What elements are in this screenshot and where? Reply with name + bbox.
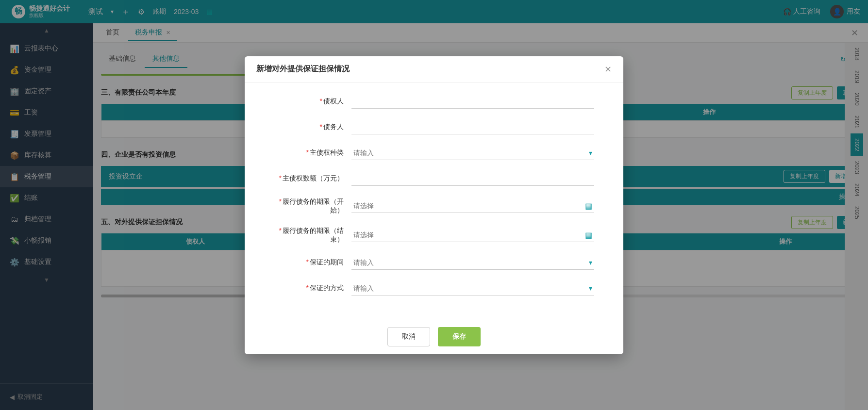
period-end-label: *履行债务的期限（结束） [274,227,351,244]
dialog-close-button[interactable]: ✕ [604,64,612,75]
form-row-guarantee-period: *保证的期间 ▾ [274,256,594,270]
period-end-date-wrapper: ▦ [351,228,594,242]
form-row-debtor: *债务人 [274,120,594,134]
claim-type-required-mark: * [306,148,309,156]
dialog-header: 新增对外提供保证担保情况 ✕ [245,56,623,83]
creditor-label: *债权人 [274,97,351,106]
guarantee-period-select-wrapper: ▾ [351,256,594,270]
period-start-calendar-icon[interactable]: ▦ [585,201,592,211]
dialog-footer: 取消 保存 [245,319,623,354]
creditor-input[interactable] [351,95,594,109]
guarantee-period-label: *保证的期间 [274,258,351,267]
debtor-required-mark: * [320,123,322,131]
dialog-body: *债权人 *债务人 *主债权种类 ▾ [245,83,623,319]
form-row-claim-type: *主债权种类 ▾ [274,146,594,160]
period-start-input[interactable] [351,199,594,213]
form-row-period-end: *履行债务的期限（结束） ▦ [274,227,594,244]
claim-type-input[interactable] [351,146,594,160]
claim-amount-required-mark: * [279,174,282,182]
claim-type-label: *主债权种类 [274,148,351,157]
claim-amount-label: *主债权数额（万元） [274,174,351,183]
form-row-period-start: *履行债务的期限（开始） ▦ [274,197,594,215]
period-start-label: *履行债务的期限（开始） [274,197,351,215]
cancel-button[interactable]: 取消 [387,327,430,346]
claim-type-select-wrapper: ▾ [351,146,594,160]
debtor-label: *债务人 [274,123,351,131]
form-row-guarantee-method: *保证的方式 ▾ [274,281,594,295]
form-row-claim-amount: *主债权数额（万元） [274,172,594,186]
guarantee-method-required-mark: * [306,284,309,292]
claim-amount-input[interactable] [351,172,594,186]
modal-overlay: 新增对外提供保证担保情况 ✕ *债权人 *债务人 *主债权种类 [0,0,868,410]
guarantee-period-required-mark: * [306,258,309,266]
debtor-input[interactable] [351,120,594,134]
dialog: 新增对外提供保证担保情况 ✕ *债权人 *债务人 *主债权种类 [245,56,623,354]
period-start-required-mark: * [279,197,282,205]
period-start-date-wrapper: ▦ [351,199,594,213]
guarantee-method-input[interactable] [351,281,594,295]
period-end-input[interactable] [351,228,594,242]
guarantee-method-label: *保证的方式 [274,284,351,293]
dialog-title: 新增对外提供保证担保情况 [256,64,350,74]
period-end-calendar-icon[interactable]: ▦ [585,230,592,240]
creditor-required-mark: * [320,97,322,105]
guarantee-period-input[interactable] [351,256,594,270]
period-end-required-mark: * [279,227,282,234]
save-button[interactable]: 保存 [438,327,481,346]
guarantee-method-select-wrapper: ▾ [351,281,594,295]
form-row-creditor: *债权人 [274,95,594,109]
